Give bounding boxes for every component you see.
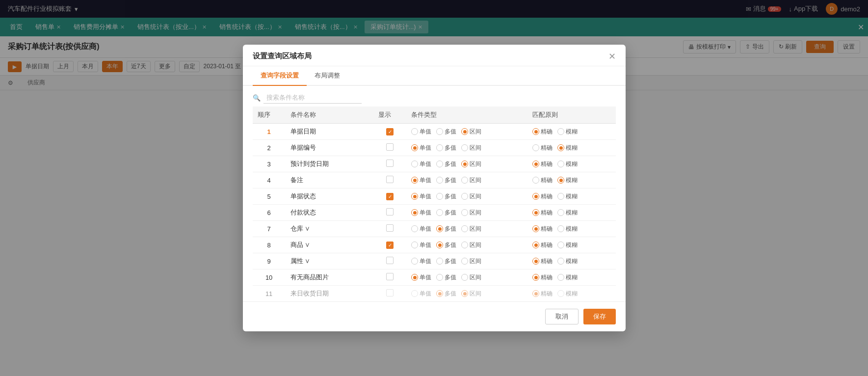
type-radio-type_single[interactable]: 单值 bbox=[411, 144, 431, 152]
match-radio-match_exact[interactable]: 精确 bbox=[532, 192, 552, 201]
radio-circle bbox=[411, 144, 418, 151]
row-display-checkbox[interactable] bbox=[373, 237, 406, 253]
match-radio-match_fuzzy[interactable]: 模糊 bbox=[557, 257, 578, 266]
type-radio-type_multi[interactable]: 多值 bbox=[436, 273, 456, 282]
row-condition-name: 仓库 ∨ bbox=[286, 221, 373, 237]
match-radio-match_exact[interactable]: 精确 bbox=[532, 273, 552, 282]
modal-footer: 取消 保存 bbox=[243, 301, 626, 331]
type-radio-type_single[interactable]: 单值 bbox=[411, 160, 431, 168]
type-radio-type_single[interactable]: 单值 bbox=[411, 128, 431, 136]
type-radio-type_multi[interactable]: 多值 bbox=[436, 192, 456, 201]
match-radio-match_fuzzy[interactable]: 模糊 bbox=[557, 128, 578, 136]
display-checkbox[interactable] bbox=[386, 289, 394, 296]
display-checkbox[interactable] bbox=[386, 160, 394, 167]
radio-circle bbox=[411, 177, 418, 184]
row-display-checkbox[interactable] bbox=[373, 221, 406, 237]
radio-circle bbox=[436, 290, 443, 297]
match-radio-match_exact[interactable]: 精确 bbox=[532, 290, 552, 298]
type-radio-type_range[interactable]: 区间 bbox=[461, 160, 481, 168]
type-radio-type_single[interactable]: 单值 bbox=[411, 192, 431, 201]
row-display-checkbox[interactable] bbox=[373, 188, 406, 205]
table-row: 6付款状态单值多值区间精确模糊 bbox=[253, 205, 616, 221]
match-radio-match_exact[interactable]: 精确 bbox=[532, 209, 552, 217]
display-checkbox[interactable] bbox=[386, 143, 394, 151]
row-display-checkbox[interactable] bbox=[373, 253, 406, 269]
type-radio-type_range[interactable]: 区间 bbox=[461, 192, 481, 201]
match-radio-match_fuzzy[interactable]: 模糊 bbox=[557, 241, 578, 249]
save-button[interactable]: 保存 bbox=[583, 309, 616, 324]
row-type-radios: 单值多值区间 bbox=[406, 188, 527, 205]
row-display-checkbox[interactable] bbox=[373, 269, 406, 286]
row-display-checkbox[interactable] bbox=[373, 140, 406, 156]
type-radio-type_range[interactable]: 区间 bbox=[461, 176, 481, 185]
type-radio-type_multi[interactable]: 多值 bbox=[436, 144, 456, 152]
modal-tab-query-fields[interactable]: 查询字段设置 bbox=[253, 66, 307, 86]
type-radio-type_range[interactable]: 区间 bbox=[461, 144, 481, 152]
display-checkbox[interactable] bbox=[386, 224, 394, 232]
type-radio-type_single[interactable]: 单值 bbox=[411, 225, 431, 233]
radio-circle bbox=[436, 161, 443, 167]
type-radio-type_multi[interactable]: 多值 bbox=[436, 209, 456, 217]
row-display-checkbox[interactable] bbox=[373, 286, 406, 302]
type-radio-type_single[interactable]: 单值 bbox=[411, 176, 431, 185]
type-radio-type_single[interactable]: 单值 bbox=[411, 273, 431, 282]
match-radio-match_exact[interactable]: 精确 bbox=[532, 241, 552, 249]
match-radio-match_fuzzy[interactable]: 模糊 bbox=[557, 176, 578, 185]
type-radio-type_single[interactable]: 单值 bbox=[411, 241, 431, 249]
row-display-checkbox[interactable] bbox=[373, 205, 406, 221]
type-radio-type_multi[interactable]: 多值 bbox=[436, 160, 456, 168]
match-radio-match_fuzzy[interactable]: 模糊 bbox=[557, 209, 578, 217]
table-row: 8商品 ∨单值多值区间精确模糊 bbox=[253, 237, 616, 253]
match-radio-match_fuzzy[interactable]: 模糊 bbox=[557, 273, 578, 282]
display-checkbox[interactable] bbox=[386, 176, 394, 183]
match-radio-match_exact[interactable]: 精确 bbox=[532, 225, 552, 233]
match-radio-match_exact[interactable]: 精确 bbox=[532, 257, 552, 266]
type-radio-type_range[interactable]: 区间 bbox=[461, 290, 481, 298]
col-display: 显示 bbox=[373, 107, 406, 124]
radio-circle bbox=[532, 177, 539, 184]
type-radio-type_single[interactable]: 单值 bbox=[411, 257, 431, 266]
row-display-checkbox[interactable] bbox=[373, 156, 406, 172]
type-radio-type_range[interactable]: 区间 bbox=[461, 128, 481, 136]
display-checkbox[interactable] bbox=[386, 273, 394, 280]
match-radio-match_exact[interactable]: 精确 bbox=[532, 176, 552, 185]
match-radio-match_fuzzy[interactable]: 模糊 bbox=[557, 192, 578, 201]
row-order: 3 bbox=[253, 156, 286, 172]
type-radio-type_single[interactable]: 单值 bbox=[411, 209, 431, 217]
match-radio-match_exact[interactable]: 精确 bbox=[532, 160, 552, 168]
cancel-button[interactable]: 取消 bbox=[545, 309, 579, 324]
display-checkbox[interactable] bbox=[386, 257, 394, 264]
display-checkbox[interactable] bbox=[386, 242, 394, 249]
type-radio-type_multi[interactable]: 多值 bbox=[436, 128, 456, 136]
type-radio-type_single[interactable]: 单值 bbox=[411, 290, 431, 298]
match-radio-match_fuzzy[interactable]: 模糊 bbox=[557, 225, 578, 233]
radio-circle bbox=[411, 128, 418, 135]
modal-search-input[interactable] bbox=[263, 92, 362, 104]
display-checkbox[interactable] bbox=[386, 208, 394, 215]
display-checkbox[interactable] bbox=[386, 128, 394, 135]
row-type-radios: 单值多值区间 bbox=[406, 269, 527, 286]
type-radio-type_multi[interactable]: 多值 bbox=[436, 241, 456, 249]
modal-table: 顺序 条件名称 显示 条件类型 匹配原则 1单据日期单值多值区间精确模糊2单据编… bbox=[243, 107, 626, 301]
type-radio-type_multi[interactable]: 多值 bbox=[436, 225, 456, 233]
type-radio-type_range[interactable]: 区间 bbox=[461, 273, 481, 282]
type-radio-type_range[interactable]: 区间 bbox=[461, 225, 481, 233]
match-radio-match_fuzzy[interactable]: 模糊 bbox=[557, 144, 578, 152]
match-radio-match_fuzzy[interactable]: 模糊 bbox=[557, 160, 578, 168]
radio-circle bbox=[532, 290, 539, 297]
match-radio-match_exact[interactable]: 精确 bbox=[532, 128, 552, 136]
type-radio-type_range[interactable]: 区间 bbox=[461, 241, 481, 249]
modal-tab-layout[interactable]: 布局调整 bbox=[307, 66, 348, 86]
type-radio-type_multi[interactable]: 多值 bbox=[436, 257, 456, 266]
display-checkbox[interactable] bbox=[386, 193, 394, 200]
type-radio-type_multi[interactable]: 多值 bbox=[436, 176, 456, 185]
match-radio-match_fuzzy[interactable]: 模糊 bbox=[557, 290, 578, 298]
modal-close-button[interactable]: ✕ bbox=[608, 52, 616, 61]
type-radio-type_range[interactable]: 区间 bbox=[461, 209, 481, 217]
row-display-checkbox[interactable] bbox=[373, 172, 406, 188]
row-condition-name: 单据状态 bbox=[286, 188, 373, 205]
type-radio-type_range[interactable]: 区间 bbox=[461, 257, 481, 266]
type-radio-type_multi[interactable]: 多值 bbox=[436, 290, 456, 298]
match-radio-match_exact[interactable]: 精确 bbox=[532, 144, 552, 152]
row-display-checkbox[interactable] bbox=[373, 124, 406, 140]
